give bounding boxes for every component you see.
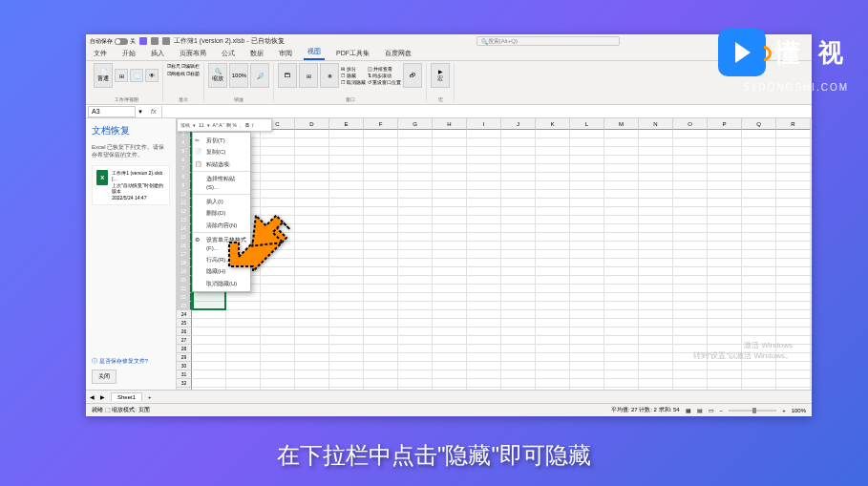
col-header[interactable]: E [329, 118, 364, 130]
pagelayout-button[interactable]: 📃 [130, 69, 143, 82]
row-header[interactable]: 32 [177, 379, 192, 388]
col-header[interactable]: O [673, 118, 708, 130]
row-header[interactable]: 28 [177, 345, 192, 353]
col-header[interactable]: P [708, 118, 742, 130]
tab-home[interactable]: 开始 [118, 47, 139, 60]
tab-review[interactable]: 审阅 [275, 47, 296, 60]
row-header[interactable]: 15 [177, 233, 192, 242]
search-input[interactable]: 🔍 搜索(Alt+Q) [476, 36, 620, 46]
view-layout-icon[interactable]: ▤ [697, 407, 703, 413]
zoom-slider[interactable] [729, 410, 776, 412]
col-header[interactable]: Q [742, 118, 776, 130]
row-header[interactable]: 22 [177, 293, 192, 302]
row-header[interactable]: 30 [177, 362, 192, 370]
save-icon[interactable] [139, 37, 147, 45]
sidebyside-button[interactable]: ◫ 并排查看 [368, 66, 401, 72]
tab-layout[interactable]: 页面布局 [176, 47, 210, 60]
sheet-nav-next-icon[interactable]: ▶ [100, 393, 105, 400]
recovery-link[interactable]: ⓘ 是否保存修复文件? [92, 357, 170, 366]
bold-icon[interactable]: B [244, 122, 250, 128]
recovery-close-button[interactable]: 关闭 [92, 370, 116, 384]
menu-item[interactable]: 删除(D) [193, 207, 250, 219]
size-select[interactable]: 11 [198, 122, 205, 128]
mini-toolbar[interactable]: 等线 ▾ 11 ▾ A^ A˅ 啊 % ， B I [177, 118, 272, 132]
col-header[interactable]: N [639, 118, 673, 130]
split-button[interactable]: ⊟ 拆分 [341, 66, 365, 72]
row-header[interactable]: 33 [177, 388, 192, 390]
row-header[interactable]: 26 [177, 328, 192, 336]
row-header[interactable]: 20 [177, 276, 192, 285]
switchwindow-button[interactable]: 🗗 [403, 63, 422, 88]
autosave-toggle[interactable]: 自动保存 关 [90, 37, 136, 46]
menu-item[interactable]: 插入(I) [193, 196, 250, 207]
row-header[interactable]: 27 [177, 336, 192, 345]
menu-item[interactable]: 📋粘贴选项: [193, 158, 250, 170]
recovery-file[interactable]: X 工作簿1 (version 2).xlsb [... 上次"自动恢复"时创建… [92, 165, 170, 206]
row-header[interactable]: 16 [177, 242, 192, 250]
col-header[interactable]: L [570, 118, 604, 130]
ruler-checkbox[interactable]: ☑标尺 ☑编辑栏 [167, 63, 200, 69]
row-header[interactable]: 18 [177, 259, 192, 267]
freeze-button[interactable]: ❄ [320, 63, 339, 88]
row-header[interactable]: 23 [177, 302, 192, 310]
zoom-in-icon[interactable]: + [782, 408, 786, 413]
pagebreak-button[interactable]: ⊞ [115, 69, 128, 82]
tab-formula[interactable]: 公式 [218, 47, 239, 60]
row-header[interactable]: 8 [177, 173, 192, 181]
zoom-level[interactable]: 100% [792, 408, 806, 413]
menu-item[interactable]: 行高(R)... [193, 254, 250, 265]
menu-item[interactable]: 📄复制(C) [193, 146, 250, 158]
font-select[interactable]: 等线 [180, 122, 191, 128]
zoom-button[interactable]: 🔍缩放 [208, 63, 227, 88]
macro-button[interactable]: ▶宏 [431, 63, 450, 88]
tab-baidu[interactable]: 百度网盘 [381, 47, 415, 60]
col-header[interactable]: G [398, 118, 433, 130]
tab-insert[interactable]: 插入 [147, 47, 168, 60]
tab-data[interactable]: 数据 [246, 47, 267, 60]
normal-view-button[interactable]: 📄普通 [94, 63, 113, 88]
undo-icon[interactable] [151, 37, 159, 45]
spreadsheet-grid[interactable]: 等线 ▾ 11 ▾ A^ A˅ 啊 % ， B I ABCDEFGHIJKLMN… [177, 118, 812, 390]
view-normal-icon[interactable]: ▦ [686, 407, 691, 413]
row-header[interactable]: 7 [177, 164, 192, 173]
name-box[interactable]: A3 [88, 106, 136, 117]
row-header[interactable]: 14 [177, 224, 192, 233]
zoom100-button[interactable]: 100% [229, 63, 248, 88]
col-header[interactable]: D [295, 118, 329, 130]
sheet-tab[interactable]: Sheet1 [111, 392, 142, 401]
formula-input[interactable] [161, 106, 812, 117]
mini-items[interactable]: A^ A˅ 啊 % ， [212, 122, 244, 128]
col-header[interactable]: H [433, 118, 467, 130]
gridlines-checkbox[interactable]: ☑网格线 ☑标题 [167, 71, 200, 76]
add-sheet-button[interactable]: + [148, 394, 152, 400]
row-header[interactable]: 21 [177, 285, 192, 293]
col-header[interactable]: R [776, 118, 811, 130]
menu-item[interactable]: ⚙设置单元格格式(F)... [193, 234, 250, 254]
row-header[interactable]: 17 [177, 250, 192, 259]
menu-item[interactable]: 清除内容(N) [193, 220, 250, 231]
row-header[interactable]: 6 [177, 156, 192, 164]
reset-button[interactable]: ↺ 重设窗口位置 [368, 79, 401, 85]
unhide-button[interactable]: ☐ 取消隐藏 [341, 79, 365, 85]
row-header[interactable]: 24 [177, 310, 192, 319]
customview-button[interactable]: 👁 [145, 69, 159, 82]
redo-icon[interactable] [162, 37, 170, 45]
arrange-button[interactable]: ⊞ [299, 63, 318, 88]
fx-label[interactable]: fx [145, 108, 161, 115]
sheet-nav-prev-icon[interactable]: ◀ [90, 393, 95, 400]
zoom-out-icon[interactable]: − [720, 408, 724, 413]
row-header[interactable]: 11 [177, 199, 192, 207]
namebox-dropdown-icon[interactable]: ▼ [136, 109, 145, 115]
tab-file[interactable]: 文件 [90, 47, 111, 60]
menu-item[interactable]: 取消隐藏(U) [193, 278, 250, 289]
row-header[interactable]: 12 [177, 207, 192, 216]
row-header[interactable]: 13 [177, 216, 192, 224]
row-header[interactable]: 29 [177, 353, 192, 362]
newwindow-button[interactable]: 🗔 [278, 63, 297, 88]
col-header[interactable]: M [604, 118, 639, 130]
row-header[interactable]: 19 [177, 267, 192, 276]
tab-view[interactable]: 视图 [304, 45, 325, 60]
col-header[interactable]: I [467, 118, 501, 130]
hide-button[interactable]: ☐ 隐藏 [341, 73, 365, 78]
italic-icon[interactable]: I [251, 122, 254, 128]
